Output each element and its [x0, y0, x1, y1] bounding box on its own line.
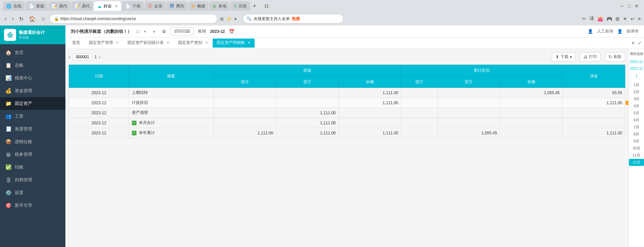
tab-expand-icon[interactable]: ⤢: [638, 41, 641, 46]
brightness-icon[interactable]: ☀: [623, 16, 627, 21]
period-month-12[interactable]: 12月: [629, 159, 644, 166]
sidebar-item-invoice[interactable]: 🧾 发票管理: [0, 123, 65, 135]
page-tab-fixed-mgmt[interactable]: 固定资产管理 ✕: [85, 39, 123, 48]
history-icon[interactable]: ↩: [631, 16, 635, 21]
account-name: 刘小艳演示账套（勿删勿动！）: [71, 28, 132, 35]
sidebar-item-capital[interactable]: 💰 资金管理: [0, 84, 65, 97]
sidebar-item-checkout[interactable]: ✅ 结账: [0, 161, 65, 174]
tab-close-haohuiji[interactable]: ✕: [115, 4, 118, 8]
browser-tab-haohuiji[interactable]: ☁ 好会 ✕: [94, 1, 121, 11]
extension-icon-2[interactable]: ⚡: [226, 16, 232, 21]
sidebar-item-general[interactable]: 📋 总账: [0, 59, 65, 72]
switch-version-button[interactable]: 切到旧版: [170, 27, 194, 36]
dropdown-arrow-account[interactable]: ▾: [144, 29, 146, 34]
cell-date-1: 2023-12: [69, 88, 129, 98]
add-account-button[interactable]: +: [150, 28, 158, 35]
monthly-total-badge: +: [132, 121, 137, 125]
top-bar: 刘小艳演示账套（勿删勿动！） 11 ▾ + ⚙ 切到旧版 账期 2023-12 …: [65, 25, 644, 38]
bookmark-button[interactable]: ☆: [40, 15, 47, 23]
reload-button[interactable]: ↻: [18, 15, 25, 23]
cell-accum-credit-5: 1,055.45: [437, 128, 500, 138]
tab-close-all-icon[interactable]: ✕: [631, 41, 635, 46]
sidebar-item-fixed[interactable]: 📁 固定资产: [0, 97, 65, 110]
page-tab-home[interactable]: 首页: [68, 39, 84, 48]
period-month-2[interactable]: 2月: [629, 88, 644, 96]
period-year-display-1[interactable]: 2023.12: [629, 58, 644, 65]
browser-tab-yidai1[interactable]: 📝 易代: [48, 1, 70, 11]
grid-icon[interactable]: ⊞: [615, 16, 620, 21]
browser-tab-new[interactable]: 📄 新版: [25, 1, 48, 11]
close-window-button[interactable]: ✕: [635, 3, 639, 9]
browser-tab-online[interactable]: 🌐 在线: [3, 1, 25, 11]
wallet-icon[interactable]: 👛: [597, 16, 603, 21]
period-year-display-2[interactable]: 2023.12: [629, 65, 644, 72]
period-month-1[interactable]: 1月: [629, 81, 644, 88]
print-button[interactable]: 🖨 打印: [580, 52, 601, 61]
maximize-button[interactable]: □: [628, 3, 631, 9]
period-month-8[interactable]: 8月: [629, 131, 644, 138]
home-nav-button[interactable]: 🏠: [28, 15, 37, 23]
menu-icon[interactable]: ≡: [638, 16, 641, 21]
close-tab-fixed-cat[interactable]: ✕: [205, 41, 208, 45]
pager-next-button[interactable]: ›: [99, 54, 100, 60]
sidebar-item-report[interactable]: 📊 报表中心: [0, 72, 65, 84]
browser-tab-changjie[interactable]: M 畅捷: [188, 1, 209, 11]
period-month-6[interactable]: 6月: [629, 117, 644, 124]
sidebar-item-salary[interactable]: 👥 工资: [0, 110, 65, 123]
scissors-icon[interactable]: ✂: [582, 16, 586, 21]
period-month-11[interactable]: 11月: [629, 152, 644, 159]
close-tab-fixed-detail[interactable]: ✕: [248, 41, 251, 45]
sidebar-item-tax[interactable]: 🏛 税务管理: [0, 148, 65, 161]
calendar-icon[interactable]: 📅: [229, 29, 234, 34]
browser-tab-tencent[interactable]: 腾 腾讯: [166, 1, 187, 11]
extension-icon-1[interactable]: ⊞: [220, 16, 224, 21]
browser-tab-qiye[interactable]: Ⓒ 企业: [145, 1, 166, 11]
tax-icon: 🏛: [5, 152, 11, 158]
cell-accum-credit-1: [437, 88, 500, 98]
monthly-total-label: 本月合计: [139, 120, 155, 125]
browser-tab-muqian[interactable]: S 目前: [230, 1, 250, 11]
period-month-3[interactable]: 3月: [629, 96, 644, 103]
cell-orig-debit-2: [214, 98, 276, 108]
forward-button[interactable]: ›: [10, 15, 15, 22]
refresh-button[interactable]: ↻ 刷新: [605, 52, 625, 61]
pager-value-input[interactable]: [72, 54, 93, 60]
cell-accum-debit-5: [401, 128, 437, 138]
search-input[interactable]: 🔍 央视更新主持人名单 热搜: [243, 14, 343, 23]
page-tab-fixed-depr[interactable]: 固定资产折旧统计表 ✕: [123, 39, 173, 48]
sidebar-item-settings[interactable]: ⚙️ 设置: [0, 186, 65, 199]
minimize-button[interactable]: ─: [621, 3, 624, 9]
translate-icon[interactable]: 译: [589, 16, 594, 22]
close-tab-fixed-depr[interactable]: ✕: [166, 41, 169, 45]
pager-prev-button[interactable]: ‹: [69, 54, 70, 60]
scroll-up-button[interactable]: ↑: [635, 73, 638, 80]
period-month-10[interactable]: 10月: [629, 145, 644, 152]
new-tab-button[interactable]: +: [251, 3, 259, 10]
browser-tab-yidai2[interactable]: 📝 易代: [71, 1, 93, 11]
sidebar-item-archive[interactable]: 🗄 归档管理: [0, 174, 65, 186]
browser-tab-geshui[interactable]: 📄 个税: [122, 1, 144, 11]
table-row: 2023-12 计提折旧 1,111.00 1,111.00 2023: [69, 98, 625, 108]
period-month-5[interactable]: 5月: [629, 110, 644, 117]
page-tab-fixed-cat[interactable]: 固定资产类别 ✕: [174, 39, 212, 48]
download-button[interactable]: ⬇ 下载 ▾: [552, 52, 576, 61]
sidebar-item-home[interactable]: 🏠 首页: [0, 46, 65, 59]
page-tab-fixed-detail[interactable]: 固定资产明细账 ✕: [213, 39, 255, 48]
help-btn[interactable]: 人工咨询: [597, 28, 613, 34]
back-button[interactable]: ‹: [3, 15, 8, 22]
period-month-7[interactable]: 7月: [629, 124, 644, 131]
period-month-4[interactable]: 4月: [629, 103, 644, 110]
sidebar-item-guide[interactable]: 🎯 新手引导: [0, 199, 65, 212]
settings-gear-icon[interactable]: ⚙: [162, 29, 166, 34]
yearly-total-label: 本年累计: [139, 130, 155, 135]
period-month-9[interactable]: 9月: [629, 138, 644, 145]
address-input[interactable]: 🔒 https://cloud.chanjet.com/accounting/u…: [50, 14, 217, 23]
cell-accum-debit-2: [401, 98, 437, 108]
sidebar-item-inventory[interactable]: 📦 进销台账: [0, 135, 65, 148]
gamepad-icon[interactable]: 🎮: [606, 16, 612, 21]
close-tab-fixed-mgmt[interactable]: ✕: [116, 41, 119, 45]
sidebar-label-guide: 新手引导: [15, 202, 32, 208]
address-dropdown[interactable]: ▾: [234, 16, 237, 21]
invoice-icon: 🧾: [5, 126, 11, 132]
browser-tab-gedi[interactable]: ⊞ 各地: [209, 1, 230, 11]
